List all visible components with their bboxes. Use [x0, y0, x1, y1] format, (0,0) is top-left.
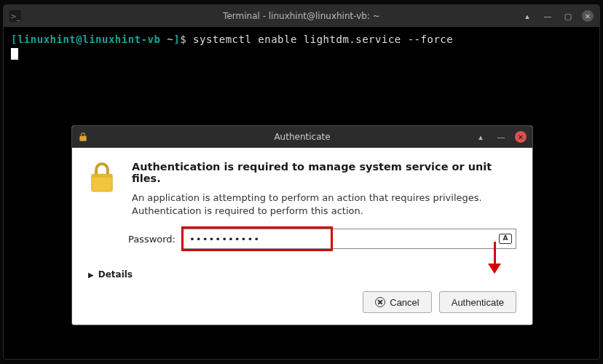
svg-rect-1: [92, 174, 113, 178]
prompt-open-bracket: [: [11, 33, 17, 45]
titlebar-up-icon[interactable]: ▴: [521, 9, 534, 23]
authenticate-button-label: Authenticate: [452, 297, 504, 308]
terminal-title: Terminal - linuxhint@linuxhint-vb: ~: [223, 11, 380, 21]
auth-body: Authentication is required to manage sys…: [72, 148, 532, 325]
auth-minimize-button[interactable]: —: [494, 130, 508, 143]
close-button[interactable]: ✕: [582, 10, 594, 22]
auth-title: Authenticate: [274, 132, 330, 142]
maximize-button[interactable]: ▢: [561, 9, 575, 23]
auth-titlebar-up-icon[interactable]: ▴: [474, 130, 487, 143]
auth-heading: Authentication is required to manage sys…: [132, 161, 516, 184]
lock-icon: [78, 132, 88, 142]
auth-titlebar[interactable]: Authenticate ▴ — ✕: [72, 126, 532, 148]
chevron-right-icon: ▶: [88, 271, 94, 279]
auth-dialog: Authenticate ▴ — ✕ Authentication is req…: [71, 125, 533, 325]
prompt-path: ~: [160, 33, 173, 45]
terminal-titlebar[interactable]: >_ Terminal - linuxhint@linuxhint-vb: ~ …: [4, 5, 599, 27]
cancel-button-label: Cancel: [390, 297, 419, 308]
terminal-body[interactable]: [linuxhint@linuxhint-vb ~]$ systemctl en…: [4, 27, 599, 66]
password-row: Password: A: [88, 229, 516, 249]
terminal-icon: >_: [9, 10, 21, 22]
lock-large-icon: [88, 161, 116, 194]
cancel-icon: [375, 297, 385, 307]
details-expander[interactable]: ▶ Details: [88, 269, 516, 280]
terminal-cursor: [11, 48, 18, 60]
minimize-button[interactable]: —: [541, 9, 554, 23]
cancel-button[interactable]: Cancel: [363, 291, 431, 313]
prompt-user-host: linuxhint@linuxhint-vb: [17, 33, 160, 45]
password-input[interactable]: [183, 229, 516, 249]
keyboard-layout-indicator[interactable]: A: [499, 234, 512, 244]
prompt-symbol: $: [180, 33, 193, 45]
prompt-close-bracket: ]: [173, 33, 180, 45]
authenticate-button[interactable]: Authenticate: [439, 291, 516, 313]
auth-close-button[interactable]: ✕: [515, 131, 527, 143]
password-label: Password:: [88, 234, 183, 245]
details-label: Details: [98, 269, 133, 280]
dialog-button-row: Cancel Authenticate: [88, 291, 516, 313]
terminal-command: systemctl enable lightdm.service --force: [193, 33, 453, 45]
auth-description: An application is attempting to perform …: [132, 191, 516, 217]
